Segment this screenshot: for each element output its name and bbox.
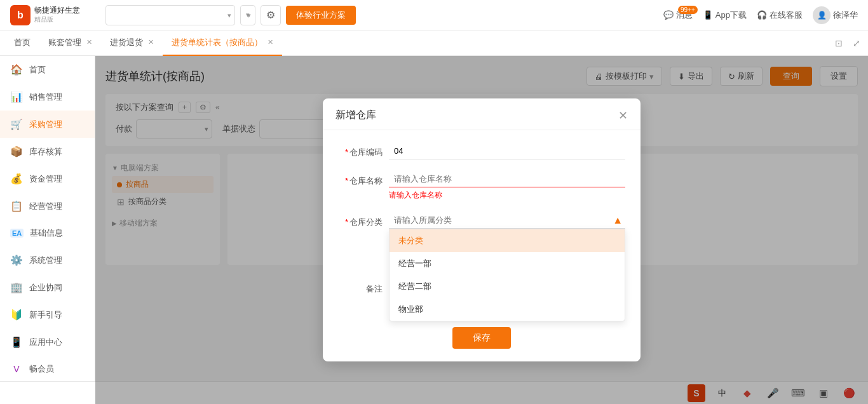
form-row-code: 仓库编码	[338, 143, 625, 159]
sidebar-basic-label: 基础信息	[30, 227, 63, 239]
system-icon: ⚙️	[10, 254, 23, 266]
top-header: b 畅捷通好生意 精品版 日太阳膜 ▾ ⚙ 体验行业方案 💬 消息 99+ 📱 …	[0, 0, 868, 30]
modal-header: 新增仓库 ✕	[323, 98, 641, 130]
messages-button[interactable]: 💬 消息 99+	[663, 10, 693, 21]
apps-icon: 📱	[10, 336, 23, 348]
user-menu[interactable]: 👤 徐泽华	[813, 6, 858, 24]
user-avatar: 👤	[813, 6, 831, 24]
category-select-wrap: ▲	[389, 212, 625, 229]
code-label: 仓库编码	[338, 143, 389, 158]
category-dropdown-icon[interactable]: ▲	[613, 215, 623, 226]
sidebar-item-newbie[interactable]: 🔰 新手引导	[0, 301, 95, 328]
new-warehouse-modal: 新增仓库 ✕ 仓库编码 仓库名称	[323, 98, 641, 361]
phone-icon: 📱	[703, 10, 713, 20]
sidebar-inventory-label: 库存核算	[29, 146, 62, 158]
sidebar-member-label: 畅会员	[29, 363, 54, 375]
name-error-msg: 请输入仓库名称	[389, 190, 442, 201]
sidebar-item-system[interactable]: ⚙️ 系统管理	[0, 246, 95, 274]
trial-button[interactable]: 体验行业方案	[286, 6, 356, 25]
tab-accounts-close[interactable]: ✕	[86, 38, 92, 46]
modal-body: 仓库编码 仓库名称 请输入仓库名称	[323, 130, 641, 306]
modal-close-button[interactable]: ✕	[618, 110, 628, 121]
dropdown-item-none[interactable]: 未分类	[390, 229, 625, 252]
headphone-icon: 🎧	[757, 10, 767, 20]
app-download-label: App下载	[715, 10, 747, 21]
sidebar-finance-label: 资金管理	[29, 173, 62, 185]
finance-icon: 💰	[10, 173, 23, 185]
username: 徐泽华	[833, 10, 858, 21]
modal-overlay[interactable]: 新增仓库 ✕ 仓库编码 仓库名称	[95, 56, 868, 404]
newbie-icon: 🔰	[10, 309, 23, 321]
tab-purchase-stats-label: 进货单统计表（按商品）	[172, 37, 262, 48]
sidebar-item-purchase[interactable]: 🛒 采购管理	[0, 111, 95, 138]
sidebar-cooperation-label: 企业协同	[29, 282, 62, 293]
note-label: 备注	[338, 279, 389, 295]
tab-bar: 首页 账套管理 ✕ 进货退货 ✕ 进货单统计表（按商品） ✕ ⊡ ⤢	[0, 30, 868, 56]
sidebar-item-apps[interactable]: 📱 应用中心	[0, 328, 95, 356]
sidebar-item-cooperation[interactable]: 🏢 企业协同	[0, 274, 95, 301]
dropdown-item-property[interactable]: 物业部	[390, 298, 625, 321]
form-row-name: 仓库名称 请输入仓库名称	[338, 171, 625, 201]
messages-badge: 99+	[678, 6, 698, 14]
sidebar-purchase-label: 采购管理	[29, 119, 62, 130]
sidebar-system-label: 系统管理	[29, 255, 62, 266]
sidebar-item-home[interactable]: 🏠 首页	[0, 56, 95, 83]
category-label: 仓库分类	[338, 213, 389, 228]
management-icon: 📋	[10, 200, 23, 212]
sidebar-item-sales[interactable]: 📊 销售管理	[0, 83, 95, 111]
sidebar-item-basic[interactable]: EA 基础信息	[0, 220, 95, 246]
content-area: 进货单统计(按商品) 🖨 按模板打印 ▾ ⬇ 导出 ↻ 刷新	[95, 56, 868, 404]
search-input[interactable]: 日太阳膜	[105, 5, 235, 25]
sales-icon: 📊	[10, 91, 23, 103]
name-input[interactable]	[389, 171, 625, 187]
cooperation-icon: 🏢	[10, 281, 23, 293]
sidebar-newbie-label: 新手引导	[29, 309, 62, 321]
sidebar-home-label: 首页	[29, 64, 46, 76]
modal-title: 新增仓库	[336, 109, 376, 122]
dropdown-item-dept2[interactable]: 经营二部	[390, 275, 625, 298]
tab-home[interactable]: 首页	[5, 30, 39, 56]
tab-purchase-return-label: 进货退货	[110, 37, 143, 48]
category-input[interactable]	[389, 212, 625, 229]
message-icon: 💬	[663, 10, 674, 20]
sidebar-item-management[interactable]: 📋 经营管理	[0, 192, 95, 220]
tab-accounts[interactable]: 账套管理 ✕	[39, 30, 101, 56]
logo-icon: b	[10, 5, 31, 25]
tab-purchase-return-close[interactable]: ✕	[148, 38, 154, 46]
sidebar-management-label: 经营管理	[29, 201, 62, 212]
search-chevron-wrap[interactable]: ▾	[240, 5, 255, 25]
gear-button[interactable]: ⚙	[261, 5, 281, 25]
form-row-category: 仓库分类 ▲ 未分类 经营一部 经营二部 物业部	[338, 212, 625, 229]
home-icon: 🏠	[10, 64, 23, 76]
tab-purchase-stats[interactable]: 进货单统计表（按商品） ✕	[163, 30, 282, 56]
purchase-icon: 🛒	[10, 118, 23, 130]
logo-title: 畅捷通好生意	[34, 6, 80, 16]
tab-home-label: 首页	[14, 37, 31, 48]
sidebar-item-finance[interactable]: 💰 资金管理	[0, 165, 95, 192]
tab-purchase-return[interactable]: 进货退货 ✕	[101, 30, 163, 56]
sidebar-apps-label: 应用中心	[29, 337, 62, 348]
inventory-icon: 📦	[10, 145, 23, 158]
sidebar: 🏠 首页 📊 销售管理 🛒 采购管理 📦 库存核算 💰 资金管理 📋 经营管理 …	[0, 56, 95, 404]
online-service-button[interactable]: 🎧 在线客服	[757, 10, 803, 21]
tab-expand-icon[interactable]: ⤢	[850, 36, 863, 51]
name-label: 仓库名称	[338, 172, 389, 187]
sidebar-item-inventory[interactable]: 📦 库存核算	[0, 138, 95, 165]
search-select-wrap: 日太阳膜	[105, 5, 235, 25]
dropdown-item-dept1[interactable]: 经营一部	[390, 252, 625, 275]
code-input[interactable]	[389, 143, 625, 159]
chevron-down-icon: ▾	[246, 11, 250, 19]
logo-sub: 精品版	[34, 15, 80, 24]
header-search-area: 日太阳膜 ▾ ⚙ 体验行业方案	[105, 5, 663, 25]
member-icon: V	[10, 364, 23, 374]
main-layout: 🏠 首页 📊 销售管理 🛒 采购管理 📦 库存核算 💰 资金管理 📋 经营管理 …	[0, 56, 868, 404]
basic-icon: EA	[10, 229, 24, 238]
tab-purchase-stats-close[interactable]: ✕	[268, 38, 273, 46]
sidebar-sales-label: 销售管理	[29, 91, 62, 103]
tab-bar-right: ⊡ ⤢	[832, 36, 863, 51]
sidebar-item-member[interactable]: V 畅会员	[0, 356, 95, 382]
tab-restore-icon[interactable]: ⊡	[832, 36, 845, 51]
save-button[interactable]: 保存	[452, 327, 511, 349]
logo-area: b 畅捷通好生意 精品版	[10, 5, 105, 25]
app-download-button[interactable]: 📱 App下载	[703, 10, 747, 21]
